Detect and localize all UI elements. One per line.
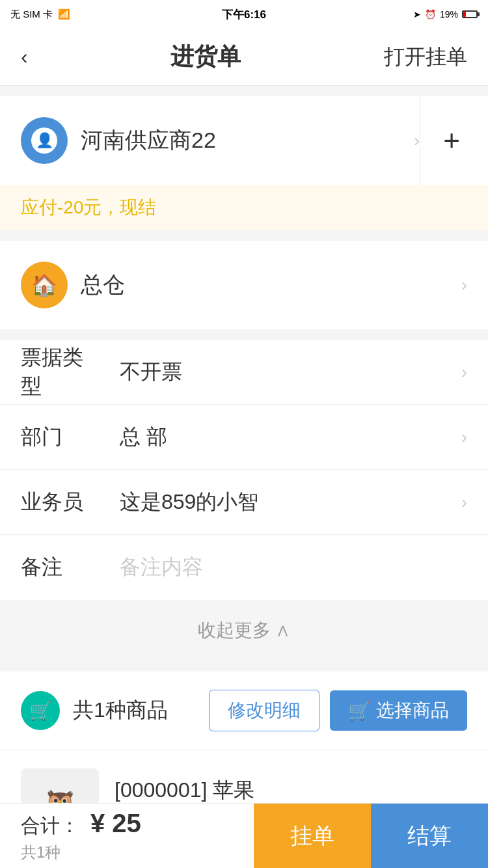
ticket-type-label: 票据类型 [21,344,99,401]
wifi-icon: 📶 [58,8,70,20]
battery-percent: 19% [440,9,458,20]
edit-detail-button[interactable]: 修改明细 [209,690,319,731]
department-chevron-icon: › [461,427,467,448]
products-header: 🛒 共1种商品 修改明细 🛒 选择商品 [0,671,488,750]
status-bar: 无 SIM 卡 📶 下午6:16 ➤ ⏰ 19% [0,0,488,29]
warehouse-section[interactable]: 🏠 总仓 › [0,241,488,329]
warehouse-name: 总仓 [81,270,451,300]
department-value: 总 部 [120,423,451,452]
cart-icon: 🛒 [348,700,371,722]
salesman-row[interactable]: 业务员 这是859的小智 › [0,470,488,535]
salesman-label: 业务员 [21,488,99,517]
add-supplier-button[interactable]: + [420,124,467,157]
battery-icon [462,10,478,18]
checkout-button[interactable]: 结算 [371,804,488,869]
back-button[interactable]: ‹ [21,45,28,69]
select-product-button[interactable]: 🛒 选择商品 [330,690,467,731]
department-row[interactable]: 部门 总 部 › [0,405,488,470]
salesman-value: 这是859的小智 [120,488,451,517]
supplier-chevron-icon: › [414,130,420,151]
hang-button[interactable]: 挂单 [254,804,371,869]
supplier-name: 河南供应商22 [81,126,403,156]
supplier-section: 👤 河南供应商22 › + [0,96,488,185]
status-time: 下午6:16 [222,7,266,22]
ticket-type-value: 不开票 [120,358,451,387]
products-icon: 🛒 [21,691,60,730]
ticket-type-row[interactable]: 票据类型 不开票 › [0,340,488,405]
warehouse-row: 🏠 总仓 › [21,241,467,329]
collapse-button[interactable]: 收起更多 ∧ [0,600,488,661]
remark-label: 备注 [21,553,99,582]
page-title: 进货单 [170,41,241,73]
status-right: ➤ ⏰ 19% [413,9,478,20]
total-label: 合计： [21,815,79,836]
open-hang-button[interactable]: 打开挂单 [384,43,467,72]
total-amount: ¥ 25 [90,809,141,837]
supplier-row[interactable]: 👤 河南供应商22 › [21,96,420,185]
form-section: 票据类型 不开票 › 部门 总 部 › 业务员 这是859的小智 › 备注 备注… [0,340,488,600]
remark-row[interactable]: 备注 备注内容 [0,535,488,600]
supplier-avatar: 👤 [21,117,68,164]
status-carrier: 无 SIM 卡 📶 [10,8,70,21]
alarm-icon: ⏰ [425,9,436,20]
department-label: 部门 [21,423,99,452]
location-icon: ➤ [413,9,421,20]
ticket-type-chevron-icon: › [461,362,467,383]
warehouse-chevron-icon: › [461,275,467,295]
total-count: 共1种 [21,842,233,863]
warning-banner: 应付-20元，现结 [0,185,488,230]
remark-input[interactable]: 备注内容 [120,553,467,582]
salesman-chevron-icon: › [461,492,467,513]
bottom-bar: 合计： ¥ 25 共1种 挂单 结算 [0,803,488,868]
products-count: 共1种商品 [73,696,209,725]
product-name: [0000001] 苹果 [115,776,428,805]
nav-bar: ‹ 进货单 打开挂单 [0,29,488,86]
warehouse-icon: 🏠 [21,262,68,308]
total-section: 合计： ¥ 25 共1种 [0,809,254,863]
